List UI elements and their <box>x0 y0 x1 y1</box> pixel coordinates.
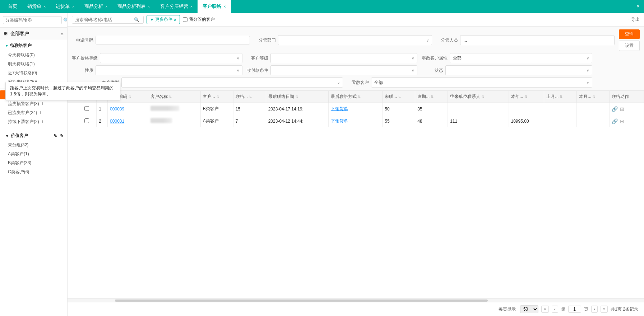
today-pending-item[interactable]: 今天待联络(0) <box>0 51 67 60</box>
tomorrow-pending-item[interactable]: 明天待联络(1) <box>0 60 67 69</box>
pagination-bar: 每页显示 50 100 200 « ‹ 第 页 › » 共1页 2条记录 <box>68 302 644 316</box>
dept-select[interactable]: ∨ <box>278 35 432 45</box>
row2-grid-icon[interactable]: ⊞ <box>620 118 624 124</box>
row2-code-link[interactable]: 000031 <box>110 119 124 124</box>
payment-terms-chevron-icon: ∨ <box>412 69 414 72</box>
global-close-button[interactable]: × <box>636 3 640 10</box>
nav-customer-contact[interactable]: 客户联络 × <box>198 0 231 13</box>
sidebar-search-button[interactable]: 🔍 <box>63 16 68 24</box>
th-last-contact-date[interactable]: 最后联络日期 ⇅ <box>266 91 328 103</box>
page-number-input[interactable] <box>568 306 581 313</box>
a-class-item[interactable]: A类客户(1) <box>0 150 67 159</box>
row2-last-contact-date: 2023-04-12 14:44: <box>266 115 328 127</box>
retail-attr-select[interactable]: 全部 ∨ <box>450 53 592 63</box>
sort-type-icon: ⇅ <box>216 95 219 99</box>
nav-sales[interactable]: 销货单 × <box>22 0 51 13</box>
table-row: 1 000039 B类客户 15 2023-04-17 14:19: 下销货单 <box>68 103 644 115</box>
query-button[interactable]: 查询 <box>619 29 640 39</box>
row1-check[interactable] <box>84 106 89 111</box>
th-name[interactable]: 客户名称 ⇅ <box>148 91 200 103</box>
prev-page-button[interactable]: ‹ <box>552 306 558 313</box>
pending-contact-header[interactable]: ▼ 待联络客户 <box>0 41 67 51</box>
more-conditions-button[interactable]: ▼ 更多条件 ∧ <box>147 15 180 24</box>
close-goods-analysis-tab[interactable]: × <box>105 4 107 9</box>
row1-link-icon[interactable]: 🔗 <box>612 106 618 112</box>
row2-check[interactable] <box>84 118 89 123</box>
retail-customer-field: 零散客户 全部 ∨ <box>347 77 593 88</box>
row2-code[interactable]: 000031 <box>108 115 148 127</box>
filter-search-input[interactable] <box>75 17 133 22</box>
week-pending-item[interactable]: 近7天待联络(0) <box>0 69 67 77</box>
row2-link-icon[interactable]: 🔗 <box>612 118 618 124</box>
table-row: 2 000031 A类客户 7 2023-04-12 14:44: 下销货单 <box>68 115 644 127</box>
th-last-contact-method[interactable]: 最后联络方式 ⇅ <box>328 91 383 103</box>
sidebar-collapse-button[interactable]: » <box>61 31 64 37</box>
row1-checkbox[interactable] <box>82 103 97 115</box>
customer-level-select[interactable]: ∨ <box>270 53 417 63</box>
row1-code-link[interactable]: 000039 <box>110 107 124 112</box>
th-type[interactable]: 客户... ⇅ <box>200 91 233 103</box>
gender-field: 性质 ∨ <box>72 65 242 75</box>
sidebar-search-input[interactable] <box>3 16 62 24</box>
sidebar-divider-2 <box>0 128 67 128</box>
b-class-item[interactable]: B类客户(33) <box>0 159 67 168</box>
my-customers-check[interactable] <box>183 17 187 22</box>
close-sales-tab[interactable]: × <box>43 4 46 9</box>
info-icon-2: ℹ <box>42 102 43 106</box>
horizontal-scroll-bar[interactable] <box>68 298 644 302</box>
nav-purchase[interactable]: 进货单 × <box>51 0 79 13</box>
declining-customers-item[interactable]: 持续下滑客户(2) ℹ <box>0 117 67 126</box>
first-page-button[interactable]: « <box>541 306 549 313</box>
nav-goods-analysis[interactable]: 商品分析 × <box>79 0 112 13</box>
th-uncontacted[interactable]: 未联... ⇅ <box>383 91 415 103</box>
table-container[interactable]: ⚙ 客户编码 ⇅ <box>68 91 644 298</box>
close-tier-tab[interactable]: × <box>190 4 193 9</box>
value-edit-icon[interactable]: ✎ <box>54 133 57 138</box>
export-button[interactable]: ↑ 导出 <box>628 16 640 23</box>
nav-customer-tier[interactable]: 客户分层经营 × <box>155 0 198 13</box>
row1-code[interactable]: 000039 <box>108 103 148 115</box>
th-this-year[interactable]: 本年... ⇅ <box>509 91 544 103</box>
th-overdue[interactable]: 逾期... ⇅ <box>415 91 448 103</box>
th-unit-contact[interactable]: 往来单位联系人 ⇅ <box>448 91 509 103</box>
sort-uncontacted-icon: ⇅ <box>398 95 401 99</box>
next-page-button[interactable]: › <box>591 306 598 313</box>
row1-method-link[interactable]: 下销货单 <box>331 106 348 111</box>
last-page-button[interactable]: » <box>601 306 608 313</box>
row2-method-link[interactable]: 下销货单 <box>331 118 348 123</box>
page-unit: 页 <box>584 306 588 312</box>
loss-warning-item[interactable]: 流失预警客户(3) ℹ <box>0 99 67 108</box>
c-class-item[interactable]: C类客户(6) <box>0 168 67 176</box>
scroll-thumb[interactable] <box>115 300 488 302</box>
close-contact-tab[interactable]: × <box>223 4 226 9</box>
row1-last-contact-method[interactable]: 下销货单 <box>328 103 383 115</box>
value-customer-header[interactable]: ▼ 价值客户 ✎ ✎ <box>0 131 67 141</box>
row1-grid-icon[interactable]: ⊞ <box>620 106 624 112</box>
customer-type-select[interactable]: ∨ <box>121 77 343 88</box>
nav-home[interactable]: 首页 <box>3 0 22 13</box>
price-level-select[interactable]: ∨ <box>100 53 242 63</box>
status-select[interactable]: ∨ <box>445 65 592 75</box>
my-customers-checkbox[interactable]: 我分管的客户 <box>183 16 215 23</box>
payment-terms-select[interactable]: ∨ <box>270 65 417 75</box>
value-settings-icon[interactable]: ✎ <box>60 133 64 138</box>
person-select[interactable]: ... <box>460 35 615 45</box>
retail-customer-select[interactable]: 全部 ∨ <box>371 77 593 88</box>
th-this-month[interactable]: 本月... ⇅ <box>577 91 610 103</box>
row2-last-contact-method[interactable]: 下销货单 <box>328 115 383 127</box>
person-label: 分管人员 <box>436 37 458 43</box>
row2-checkbox[interactable] <box>82 115 97 127</box>
nav-goods-analysis-list[interactable]: 商品分析列表 × <box>112 0 155 13</box>
th-contact[interactable]: 联络... ⇅ <box>233 91 266 103</box>
close-goods-list-tab[interactable]: × <box>148 4 150 9</box>
phone-input[interactable] <box>96 36 250 44</box>
close-purchase-tab[interactable]: × <box>72 4 74 9</box>
gender-select[interactable]: ∨ <box>96 65 242 75</box>
ungroup-item[interactable]: 未分组(32) <box>0 141 67 150</box>
retail-attr-field: 零散客户属性 全部 ∨ <box>422 53 592 63</box>
th-last-month[interactable]: 上月... ⇅ <box>544 91 577 103</box>
per-page-select[interactable]: 50 100 200 <box>520 305 538 313</box>
settings-button[interactable]: 设置 <box>619 41 640 51</box>
lost-customers-item[interactable]: 已流失客户(24) ℹ <box>0 108 67 117</box>
row2-contact: 7 <box>233 115 266 127</box>
